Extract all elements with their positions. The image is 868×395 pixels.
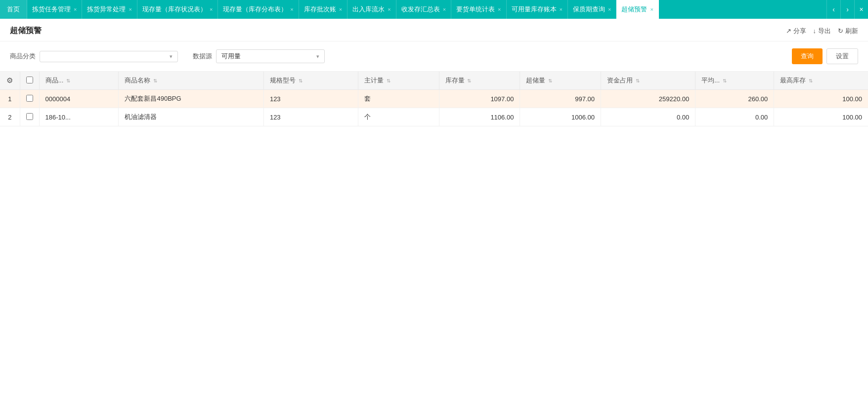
datasource-filter: 数据源 可用量 ▾ bbox=[193, 49, 325, 63]
share-button[interactable]: ↗ 分享 bbox=[786, 27, 806, 36]
row-spec: 123 bbox=[263, 108, 358, 126]
nav-arrow-right[interactable]: › bbox=[840, 0, 854, 19]
nav-tab-9-label: 可用量库存账本 bbox=[512, 5, 557, 14]
datasource-chevron-icon: ▾ bbox=[316, 53, 319, 60]
category-select[interactable]: ▾ bbox=[40, 51, 178, 62]
nav-tab-4[interactable]: 现存量（库存分布表） × bbox=[218, 0, 299, 19]
row-stock: 1097.00 bbox=[439, 90, 520, 108]
col-settings[interactable]: ⚙ bbox=[0, 72, 20, 90]
col-avg-label: 平均... bbox=[701, 77, 720, 84]
nav-tab-5[interactable]: 库存批次账 × bbox=[299, 0, 347, 19]
export-label: 导出 bbox=[818, 27, 831, 36]
table-gear-icon[interactable]: ⚙ bbox=[6, 76, 13, 84]
nav-tab-4-label: 现存量（库存分布表） bbox=[223, 5, 287, 14]
nav-tab-8-label: 要货单统计表 bbox=[456, 5, 495, 14]
col-spec[interactable]: 规格型号 ⇅ bbox=[263, 72, 358, 90]
table-wrapper: ⚙ 商品... ⇅ 商品名称 ⇅ 规格型号 ⇅ bbox=[0, 72, 868, 126]
col-maxstock-label: 最高库存 bbox=[780, 77, 806, 84]
nav-tab-9-close[interactable]: × bbox=[560, 6, 563, 12]
nav-arrows: ‹ › × bbox=[826, 0, 868, 19]
nav-arrow-close[interactable]: × bbox=[854, 0, 868, 19]
refresh-button[interactable]: ↻ 刷新 bbox=[838, 27, 858, 36]
nav-tab-6-close[interactable]: × bbox=[388, 6, 391, 12]
col-unit-label: 主计量 bbox=[364, 77, 384, 84]
nav-tab-8[interactable]: 要货单统计表 × bbox=[451, 0, 506, 19]
col-checkbox[interactable] bbox=[20, 72, 39, 90]
nav-tab-11[interactable]: 超储预警 × bbox=[616, 0, 658, 19]
col-capital-sort-icon: ⇅ bbox=[636, 78, 640, 83]
datasource-select-value: 可用量 bbox=[221, 52, 241, 61]
filter-bar: 商品分类 ▾ 数据源 可用量 ▾ 查询 设置 bbox=[0, 41, 868, 72]
nav-tab-11-close[interactable]: × bbox=[650, 6, 653, 12]
col-unit[interactable]: 主计量 ⇅ bbox=[358, 72, 439, 90]
col-maxstock-sort-icon: ⇅ bbox=[809, 78, 813, 83]
refresh-icon: ↻ bbox=[838, 27, 843, 35]
row-maxstock: 100.00 bbox=[774, 108, 868, 126]
row-unit: 个 bbox=[358, 108, 439, 126]
col-code[interactable]: 商品... ⇅ bbox=[39, 72, 119, 90]
nav-tab-1-label: 拣货任务管理 bbox=[32, 5, 71, 14]
nav-tab-5-close[interactable]: × bbox=[339, 6, 342, 12]
nav-tab-10-close[interactable]: × bbox=[608, 6, 611, 12]
nav-tab-8-close[interactable]: × bbox=[498, 6, 501, 12]
row-name: 六配套新昌490BPG bbox=[119, 90, 263, 108]
export-button[interactable]: ↓ 导出 bbox=[813, 27, 831, 36]
export-icon: ↓ bbox=[813, 27, 817, 35]
col-over[interactable]: 超储量 ⇅ bbox=[520, 72, 601, 90]
nav-tab-3-label: 现存量（库存状况表） bbox=[142, 5, 207, 14]
nav-tab-11-label: 超储预警 bbox=[621, 5, 647, 14]
nav-home[interactable]: 首页 bbox=[0, 0, 27, 19]
nav-arrow-left[interactable]: ‹ bbox=[826, 0, 840, 19]
row-avg: 0.00 bbox=[695, 108, 774, 126]
nav-tab-6-label: 出入库流水 bbox=[352, 5, 385, 14]
row-avg: 260.00 bbox=[695, 90, 774, 108]
nav-tab-2[interactable]: 拣货异常处理 × bbox=[82, 0, 137, 19]
table-row: 2 186-10... 机油滤清器 123 个 1106.00 1006.00 … bbox=[0, 108, 868, 126]
row-unit: 套 bbox=[358, 90, 439, 108]
nav-tab-7-close[interactable]: × bbox=[443, 6, 446, 12]
nav-tab-7[interactable]: 收发存汇总表 × bbox=[396, 0, 451, 19]
nav-tab-1[interactable]: 拣货任务管理 × bbox=[27, 0, 82, 19]
row-maxstock: 100.00 bbox=[774, 90, 868, 108]
page-title: 超储预警 bbox=[10, 26, 42, 36]
select-all-checkbox[interactable] bbox=[26, 77, 33, 83]
settings-button[interactable]: 设置 bbox=[826, 48, 858, 64]
nav-tab-9[interactable]: 可用量库存账本 × bbox=[507, 0, 568, 19]
filter-actions: 查询 设置 bbox=[792, 48, 858, 64]
row-checkbox-cell[interactable] bbox=[20, 90, 39, 108]
table-header-row: ⚙ 商品... ⇅ 商品名称 ⇅ 规格型号 ⇅ bbox=[0, 72, 868, 90]
row-checkbox-cell[interactable] bbox=[20, 108, 39, 126]
nav-tab-3[interactable]: 现存量（库存状况表） × bbox=[137, 0, 218, 19]
nav-tab-6[interactable]: 出入库流水 × bbox=[347, 0, 396, 19]
share-label: 分享 bbox=[793, 27, 806, 36]
nav-tab-3-close[interactable]: × bbox=[210, 6, 213, 12]
col-name[interactable]: 商品名称 ⇅ bbox=[119, 72, 263, 90]
col-maxstock[interactable]: 最高库存 ⇅ bbox=[774, 72, 868, 90]
col-spec-sort-icon: ⇅ bbox=[299, 78, 303, 83]
col-stock[interactable]: 库存量 ⇅ bbox=[439, 72, 520, 90]
row-code: 186-10... bbox=[39, 108, 119, 126]
row-checkbox[interactable] bbox=[26, 113, 33, 120]
col-capital[interactable]: 资金占用 ⇅ bbox=[601, 72, 695, 90]
page-content: 超储预警 ↗ 分享 ↓ 导出 ↻ 刷新 商品分类 ▾ 数据源 bbox=[0, 19, 868, 395]
datasource-select[interactable]: 可用量 ▾ bbox=[216, 49, 325, 63]
top-nav: 首页 拣货任务管理 × 拣货异常处理 × 现存量（库存状况表） × 现存量（库存… bbox=[0, 0, 868, 19]
nav-tab-2-close[interactable]: × bbox=[129, 6, 131, 12]
header-actions: ↗ 分享 ↓ 导出 ↻ 刷新 bbox=[786, 27, 859, 36]
datasource-label: 数据源 bbox=[193, 52, 212, 61]
col-avg[interactable]: 平均... ⇅ bbox=[695, 72, 774, 90]
category-filter: 商品分类 ▾ bbox=[10, 51, 178, 62]
col-code-label: 商品... bbox=[45, 77, 64, 84]
row-checkbox[interactable] bbox=[26, 95, 33, 102]
query-button[interactable]: 查询 bbox=[792, 48, 823, 64]
nav-tab-2-label: 拣货异常处理 bbox=[87, 5, 126, 14]
row-stock: 1106.00 bbox=[439, 108, 520, 126]
nav-tab-10-label: 保质期查询 bbox=[573, 5, 605, 14]
category-chevron-icon: ▾ bbox=[170, 53, 173, 60]
col-spec-label: 规格型号 bbox=[270, 77, 296, 84]
category-label: 商品分类 bbox=[10, 52, 36, 61]
nav-tab-1-close[interactable]: × bbox=[74, 6, 77, 12]
nav-tab-4-close[interactable]: × bbox=[290, 6, 293, 12]
nav-tab-10[interactable]: 保质期查询 × bbox=[568, 0, 616, 19]
share-icon: ↗ bbox=[786, 27, 791, 35]
